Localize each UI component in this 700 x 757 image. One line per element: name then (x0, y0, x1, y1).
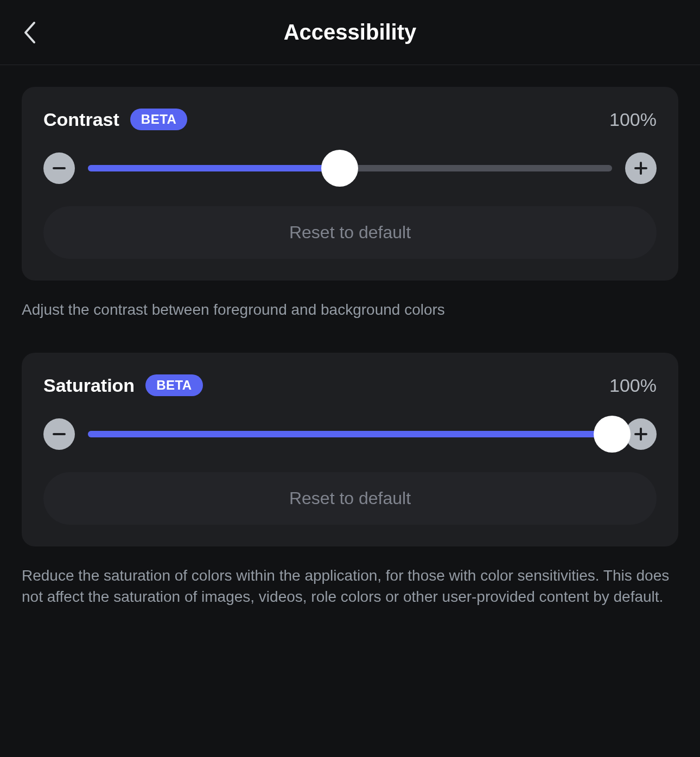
saturation-decrease-button[interactable] (43, 418, 75, 450)
contrast-reset-button[interactable]: Reset to default (43, 206, 657, 259)
plus-icon (633, 427, 648, 442)
header: Accessibility (0, 0, 700, 65)
beta-badge: BETA (145, 374, 203, 396)
contrast-slider[interactable] (88, 152, 612, 185)
saturation-slider-thumb[interactable] (594, 416, 631, 453)
contrast-header: Contrast BETA 100% (43, 109, 657, 130)
saturation-slider[interactable] (88, 418, 612, 450)
saturation-slider-track (88, 431, 612, 437)
page-title: Accessibility (284, 20, 417, 44)
contrast-value: 100% (609, 109, 657, 130)
saturation-slider-row (43, 418, 657, 450)
saturation-header-left: Saturation BETA (43, 374, 203, 396)
contrast-card: Contrast BETA 100% (22, 87, 678, 281)
saturation-card: Saturation BETA 100% (22, 353, 678, 546)
beta-badge: BETA (130, 109, 188, 130)
saturation-description: Reduce the saturation of colors within t… (22, 557, 678, 607)
contrast-slider-thumb[interactable] (321, 150, 358, 187)
minus-icon (52, 161, 67, 176)
minus-icon (52, 427, 67, 442)
contrast-decrease-button[interactable] (43, 152, 75, 184)
contrast-title: Contrast (43, 109, 119, 130)
contrast-slider-track (88, 165, 612, 171)
contrast-description: Adjust the contrast between foreground a… (22, 291, 678, 320)
contrast-slider-row (43, 152, 657, 185)
contrast-header-left: Contrast BETA (43, 109, 187, 130)
content: Contrast BETA 100% (0, 65, 700, 662)
saturation-reset-button[interactable]: Reset to default (43, 472, 657, 525)
saturation-title: Saturation (43, 375, 135, 396)
plus-icon (633, 161, 648, 176)
back-button[interactable] (16, 19, 43, 46)
chevron-left-icon (22, 21, 37, 44)
saturation-header: Saturation BETA 100% (43, 374, 657, 396)
saturation-value: 100% (609, 375, 657, 396)
contrast-increase-button[interactable] (625, 152, 657, 184)
contrast-slider-fill (88, 165, 340, 171)
saturation-slider-fill (88, 431, 612, 437)
